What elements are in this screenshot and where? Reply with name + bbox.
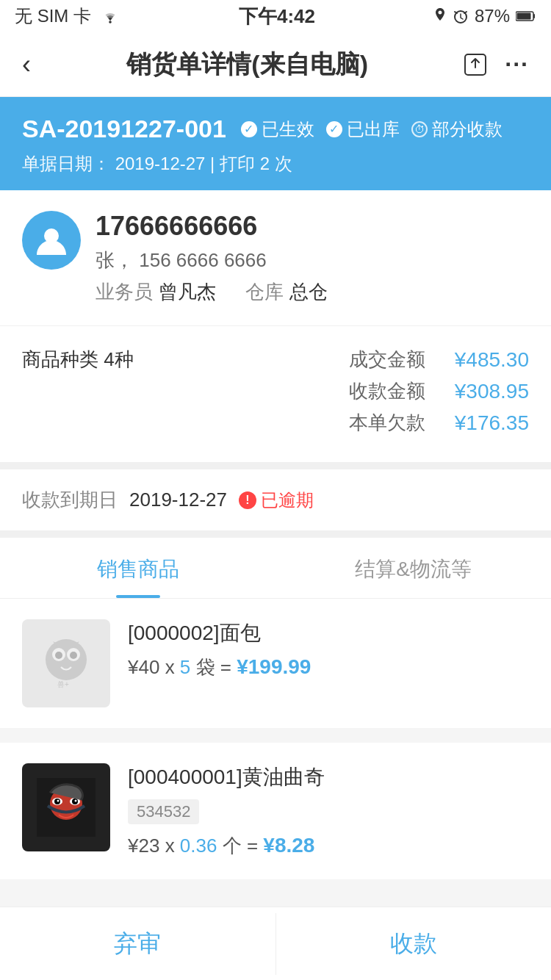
- customer-meta: 业务员 曾凡杰 仓库 总仓: [96, 279, 529, 305]
- tabs-section: 销售商品 结算&物流等: [0, 538, 551, 599]
- product-name-2: [000400001]黄油曲奇: [128, 763, 529, 791]
- location-icon: [433, 8, 447, 24]
- warehouse-meta: 仓库 总仓: [245, 279, 328, 305]
- customer-account-id: 17666666666: [96, 211, 529, 242]
- clock-icon: ⏱: [411, 121, 428, 137]
- amount-row: 成交金额 ¥485.30: [349, 347, 529, 372]
- wifi-icon: [100, 9, 120, 24]
- product-sku-2: 534532: [128, 799, 199, 824]
- bottom-bar: 弃审 收款: [0, 907, 551, 980]
- battery-text: 87%: [475, 6, 510, 26]
- status-effective: ✓ 已生效: [241, 118, 314, 141]
- nav-bar: ‹ 销货单详情(来自电脑) ···: [0, 32, 551, 97]
- carrier-text: 无 SIM 卡: [15, 4, 91, 28]
- due-section: 收款到期日 2019-12-27 ! 已逾期: [0, 469, 551, 538]
- order-id: SA-20191227-001: [22, 115, 226, 143]
- battery-icon: [516, 10, 536, 22]
- tab-settlement[interactable]: 结算&物流等: [276, 538, 551, 598]
- svg-rect-3: [516, 13, 530, 20]
- svg-point-9: [55, 652, 62, 659]
- order-banner: SA-20191227-001 ✓ 已生效 ✓ 已出库 ⏱ 部分收款 单据日期：…: [0, 97, 551, 190]
- customer-name-phone: 张， 156 6666 6666: [96, 248, 529, 273]
- nav-actions: ···: [464, 51, 529, 78]
- user-icon: [34, 223, 69, 258]
- product-thumbnail-2: [22, 763, 110, 851]
- list-item: 兽+ [0000002]面包 ¥40 x 5 袋 = ¥199.99: [0, 599, 551, 728]
- check-icon-1: ✓: [241, 121, 257, 137]
- order-id-row: SA-20191227-001 ✓ 已生效 ✓ 已出库 ⏱ 部分收款: [22, 115, 529, 143]
- back-button[interactable]: ‹: [22, 49, 31, 80]
- avatar: [22, 211, 81, 270]
- page-title: 销货单详情(来自电脑): [126, 48, 368, 82]
- svg-point-0: [109, 21, 112, 24]
- status-partial: ⏱ 部分收款: [411, 118, 503, 141]
- status-bar: 无 SIM 卡 下午4:42 87%: [0, 0, 551, 32]
- product-type: 商品种类 4种: [22, 347, 134, 372]
- product-info-1: [0000002]面包 ¥40 x 5 袋 = ¥199.99: [128, 619, 529, 680]
- product-name-1: [0000002]面包: [128, 619, 529, 647]
- customer-info: 17666666666 张， 156 6666 6666 业务员 曾凡杰 仓库 …: [96, 211, 529, 305]
- received-row: 收款金额 ¥308.95: [349, 378, 529, 404]
- share-icon[interactable]: [464, 53, 487, 76]
- summary-right: 成交金额 ¥485.30 收款金额 ¥308.95 本单欠款 ¥176.35: [349, 347, 529, 442]
- product-thumbnail-1: 兽+: [22, 619, 110, 707]
- svg-point-10: [70, 652, 77, 659]
- customer-section: 17666666666 张， 156 6666 6666 业务员 曾凡杰 仓库 …: [0, 190, 551, 326]
- svg-text:兽+: 兽+: [57, 680, 69, 688]
- status-shipped: ✓ 已出库: [326, 118, 400, 141]
- product-price-2: ¥23 x 0.36 个 = ¥8.28: [128, 833, 529, 859]
- list-item: [000400001]黄油曲奇 534532 ¥23 x 0.36 个 = ¥8…: [0, 743, 551, 879]
- tab-sales-products[interactable]: 销售商品: [0, 538, 276, 598]
- status-carrier: 无 SIM 卡: [15, 4, 120, 28]
- product-info-2: [000400001]黄油曲奇 534532 ¥23 x 0.36 个 = ¥8…: [128, 763, 529, 859]
- reject-button[interactable]: 弃审: [0, 913, 276, 975]
- product-image-ninja: [37, 778, 96, 837]
- summary-section: 商品种类 4种 成交金额 ¥485.30 收款金额 ¥308.95 本单欠款 ¥…: [0, 326, 551, 469]
- status-time: 下午4:42: [239, 4, 315, 29]
- product-price-1: ¥40 x 5 袋 = ¥199.99: [128, 655, 529, 680]
- check-icon-2: ✓: [326, 121, 342, 137]
- more-icon[interactable]: ···: [505, 51, 529, 78]
- staff-meta: 业务员 曾凡杰: [96, 279, 216, 305]
- alarm-icon: [453, 8, 469, 24]
- svg-point-18: [57, 800, 60, 802]
- debt-row: 本单欠款 ¥176.35: [349, 410, 529, 436]
- overdue-icon: !: [239, 491, 256, 509]
- summary-left: 商品种类 4种: [22, 347, 134, 442]
- order-date-row: 单据日期： 2019-12-27 | 打印 2 次: [22, 152, 529, 176]
- product-image-owl: 兽+: [37, 634, 96, 693]
- svg-point-6: [46, 639, 87, 680]
- status-icons: 87%: [433, 6, 536, 26]
- collect-button[interactable]: 收款: [276, 913, 552, 975]
- overdue-badge: ! 已逾期: [239, 489, 314, 512]
- svg-point-19: [75, 800, 77, 802]
- product-list: 兽+ [0000002]面包 ¥40 x 5 袋 = ¥199.99: [0, 599, 551, 879]
- status-tags: ✓ 已生效 ✓ 已出库 ⏱ 部分收款: [241, 118, 503, 141]
